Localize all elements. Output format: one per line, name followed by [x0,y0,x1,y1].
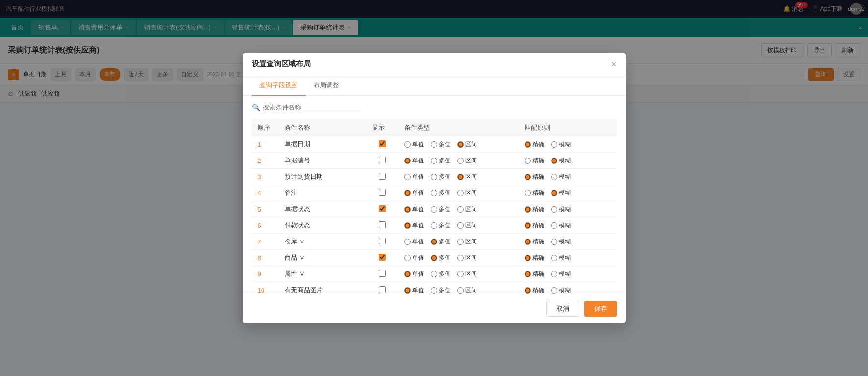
tab-query-fields[interactable]: 查询字段设置 [252,76,306,96]
search-input[interactable] [263,102,361,103]
search-row: 🔍 [243,96,626,103]
dialog-header: 设置查询区域布局 × [243,53,626,76]
dialog-overlay: 设置查询区域布局 × 查询字段设置 布局调整 🔍 顺序 条件名称 [0,0,868,103]
dialog-close-btn[interactable]: × [611,60,617,69]
tab-layout-adjust[interactable]: 布局调整 [306,76,347,96]
dialog-tabs: 查询字段设置 布局调整 [243,76,626,96]
dialog-title: 设置查询区域布局 [252,59,311,69]
settings-dialog: 设置查询区域布局 × 查询字段设置 布局调整 🔍 顺序 条件名称 [243,53,626,103]
